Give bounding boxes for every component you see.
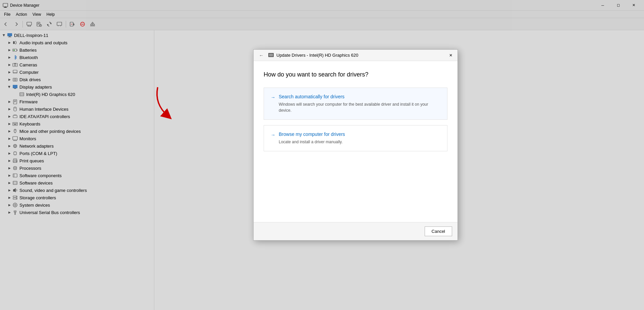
update-drivers-dialog: ← Update Drivers - Intel(R) HD Graphics … <box>253 49 458 241</box>
dialog-overlay: ← Update Drivers - Intel(R) HD Graphics … <box>0 0 644 310</box>
auto-arrow-icon: → <box>271 95 275 100</box>
auto-option-title[interactable]: Search automatically for drivers <box>279 94 440 99</box>
browse-computer-option[interactable]: → Browse my computer for drivers Locate … <box>264 125 447 151</box>
dialog-titlebar: ← Update Drivers - Intel(R) HD Graphics … <box>254 50 458 61</box>
browse-option-title[interactable]: Browse my computer for drivers <box>279 132 345 137</box>
dialog-footer: Cancel <box>254 222 458 240</box>
svg-rect-107 <box>269 54 273 56</box>
dialog-back-button[interactable]: ← <box>258 52 265 59</box>
dialog-body: How do you want to search for drivers? →… <box>254 61 458 222</box>
browse-option-desc: Locate and install a driver manually. <box>279 140 343 144</box>
search-automatically-option[interactable]: → Search automatically for drivers Windo… <box>264 88 447 120</box>
dialog-title: Update Drivers - Intel(R) HD Graphics 62… <box>276 53 453 58</box>
browse-option-content: Browse my computer for drivers Locate an… <box>279 132 345 145</box>
browse-arrow-icon: → <box>271 132 275 138</box>
cancel-button[interactable]: Cancel <box>425 226 452 236</box>
dialog-question: How do you want to search for drivers? <box>264 71 447 78</box>
dialog-title-icon <box>268 52 274 59</box>
auto-option-desc: Windows will search your computer for th… <box>279 102 428 113</box>
auto-option-content: Search automatically for drivers Windows… <box>279 94 440 113</box>
dialog-close-button[interactable]: ✕ <box>444 50 458 61</box>
